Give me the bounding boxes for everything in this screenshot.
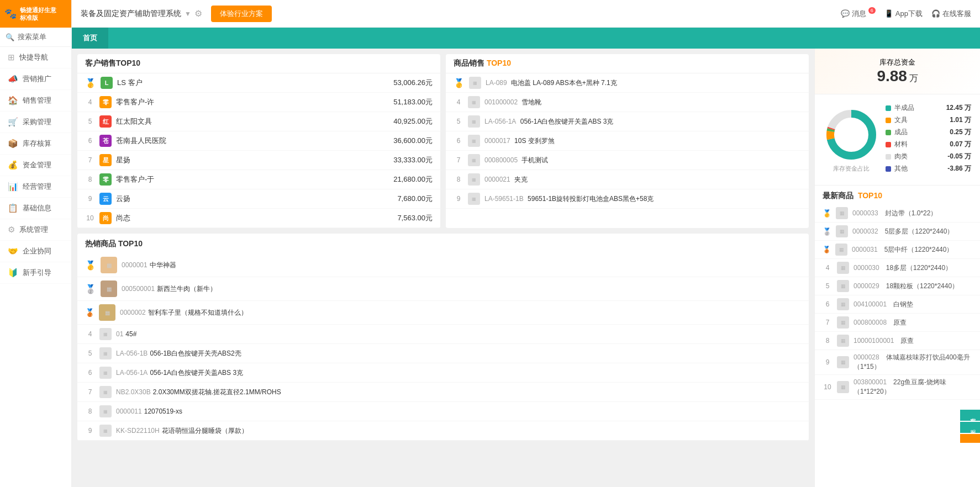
- product-code: 0000011: [116, 407, 142, 415]
- nav-icon-sales: 🏠: [8, 96, 18, 105]
- product-code: 0000029: [853, 282, 879, 290]
- search-menu[interactable]: 🔍 搜索菜单: [0, 28, 71, 47]
- sidebar-item-label: 快捷导航: [19, 52, 48, 62]
- customer-badge: L: [101, 77, 113, 89]
- customer-sales-card: 客户销售TOP10 🥇 L LS 客户 53,006.26元 4 零: [77, 54, 440, 228]
- product-info: 0000031 5层中纤（1220*2440）: [852, 245, 972, 255]
- sidebar-item-label: 基础信息: [23, 203, 51, 213]
- rank-num: 7: [454, 156, 463, 164]
- customer-amount: 7,563.00元: [397, 213, 433, 223]
- rank-num: 9: [823, 358, 833, 366]
- live-button[interactable]: 直播: [960, 434, 980, 443]
- customer-name: 尚态: [116, 213, 393, 223]
- tabbar: 首页: [72, 28, 980, 49]
- product-code: 0000030: [853, 264, 879, 272]
- list-item: 🥈 ▦ 000500001新西兰牛肉（新牛）: [77, 277, 809, 301]
- customer-badge: 尚: [99, 212, 112, 224]
- product-image: ▦: [837, 335, 849, 347]
- product-info: 0000028 体城嘉枝味苏打饮品400毫升（1*15）: [853, 353, 972, 372]
- sidebar-item-label: 资金管理: [23, 160, 51, 170]
- chart-label: 库存资金占比: [833, 165, 870, 173]
- table-row: 6 苍 苍南县人民医院 36,600.00元: [77, 131, 440, 151]
- customer-hotline-button[interactable]: 客服热线: [960, 410, 980, 421]
- inventory-total-section: 库存总资金 9.88 万: [815, 49, 980, 94]
- logo-line1: 畅捷通好生意: [20, 6, 56, 14]
- sidebar-item-system[interactable]: ⚙ 系统管理: [0, 219, 71, 241]
- list-item: 7 ▦ NB2.0X30B2.0X30MM双搓花轴.搓花直径2.1MM/ROHS: [77, 383, 809, 402]
- tab-home-label: 首页: [83, 34, 97, 42]
- sidebar-item-purchase[interactable]: 🛒 采购管理: [0, 112, 71, 133]
- medal-icon: 🥉: [823, 246, 831, 253]
- right-panel: 库存总资金 9.88 万: [814, 49, 980, 487]
- product-code: 003800001: [853, 378, 887, 386]
- legend-name: 肉类: [894, 152, 944, 161]
- product-info: 003800001 22g鱼豆腐-烧烤味（1*12*20）: [853, 378, 972, 396]
- list-item: 🥇 ▦ 0000001中华神器: [77, 253, 809, 277]
- nav-icon-finance: 💰: [8, 160, 18, 170]
- product-info: LA-59651-1B 59651-1B旋转投影灯电池盒ABS黑色+58克: [484, 194, 801, 204]
- product-info: LA-056-1B056-1B白色按键开关壳ABS2壳: [116, 349, 801, 358]
- sidebar-item-cooperation[interactable]: 🤝 企业协同: [0, 241, 71, 262]
- product-code: 001000002: [484, 98, 518, 106]
- product-image: ▦: [101, 257, 117, 273]
- logo-icon: 🐾: [4, 8, 17, 20]
- sidebar-item-inventory[interactable]: 📦 库存核算: [0, 133, 71, 155]
- top-panels: 客户销售TOP10 🥇 L LS 客户 53,006.26元 4 零: [77, 54, 809, 228]
- list-item: 🥉 ▦ 0000031 5层中纤（1220*2440）: [815, 241, 980, 259]
- rank-num: 5: [454, 118, 463, 125]
- nav-icon-inventory: 📦: [8, 139, 18, 149]
- product-code: 004100001: [853, 300, 887, 308]
- nav-icon-system: ⚙: [8, 225, 15, 235]
- product-info: 0145#: [116, 330, 801, 338]
- list-item: 9 ▦ 0000028 体城嘉枝味苏打饮品400毫升（1*15）: [815, 350, 980, 375]
- rank-num: 8: [85, 407, 95, 415]
- table-row: 8 零 零售客户-于 21,680.00元: [77, 170, 440, 189]
- product-info: 001000002 雪地靴: [484, 98, 801, 107]
- customer-name: 红太阳文具: [116, 117, 389, 126]
- message-button[interactable]: 💬 消息 6: [841, 9, 876, 19]
- product-code: 0000031: [852, 246, 878, 253]
- table-row: 8 ▦ 0000021 夹克: [446, 170, 809, 189]
- medal-icon: 🥈: [823, 227, 831, 236]
- online-service-button[interactable]: 🎧 在线客服: [931, 9, 971, 19]
- product-code: 01: [116, 330, 123, 338]
- sidebar-item-sales[interactable]: 🏠 销售管理: [0, 90, 71, 112]
- legend-name: 成品: [894, 128, 946, 137]
- service-community-button[interactable]: 服务社区: [960, 422, 980, 433]
- product-code: KK-SD22110H: [116, 427, 160, 435]
- product-image: ▦: [99, 304, 115, 321]
- legend-value: -0.05 万: [947, 152, 971, 161]
- app-download-button[interactable]: 📱 App下载: [884, 9, 923, 19]
- trial-button[interactable]: 体验行业方案: [211, 6, 272, 22]
- customer-amount: 33,333.00元: [393, 155, 433, 165]
- legend-color-dot: [886, 130, 891, 135]
- table-row: 9 云 云扬 7,680.00元: [77, 189, 440, 209]
- product-image: ▦: [468, 96, 480, 108]
- sidebar-item-guide[interactable]: 🔰 新手引导: [0, 262, 71, 284]
- table-row: 7 ▦ 000800005 手机测试: [446, 151, 809, 170]
- rank-num: 4: [85, 98, 95, 106]
- content-area: 客户销售TOP10 🥇 L LS 客户 53,006.26元 4 零: [72, 49, 980, 487]
- product-info: 10000100001 原查: [853, 336, 972, 346]
- product-code: LA-056-1B: [116, 350, 147, 357]
- donut-chart-section: 库存资金占比 半成品 12.45 万 文具 1.01 万: [815, 94, 980, 185]
- sidebar-item-marketing[interactable]: 📣 营销推广: [0, 68, 71, 90]
- tab-home[interactable]: 首页: [72, 28, 108, 49]
- product-code: LA-59651-1B: [484, 195, 524, 203]
- sidebar-item-operation[interactable]: 📊 经营管理: [0, 176, 71, 198]
- gear-icon[interactable]: ⚙: [194, 8, 202, 19]
- table-row: 7 星 星扬 33,333.00元: [77, 151, 440, 170]
- product-image: ▦: [99, 425, 112, 437]
- sidebar-item-quick-nav[interactable]: ⊞ 快捷导航: [0, 47, 71, 68]
- product-info: 0000032 5层多层（1220*2440）: [852, 227, 972, 236]
- rank-num: 8: [823, 337, 833, 345]
- product-info: 0000017 10S 变刹罗煞: [484, 136, 801, 146]
- dropdown-icon[interactable]: ▼: [185, 10, 191, 18]
- product-image: ▦: [837, 280, 849, 292]
- product-image: ▦: [468, 154, 480, 166]
- sidebar-item-basic[interactable]: 📋 基础信息: [0, 198, 71, 219]
- message-label: 消息: [852, 9, 866, 19]
- legend-color-dot: [886, 166, 891, 172]
- hot-products-card: 热销商品 TOP10 🥇 ▦ 0000001中华神器 🥈 ▦ 000500001…: [77, 234, 809, 441]
- sidebar-item-finance[interactable]: 💰 资金管理: [0, 155, 71, 176]
